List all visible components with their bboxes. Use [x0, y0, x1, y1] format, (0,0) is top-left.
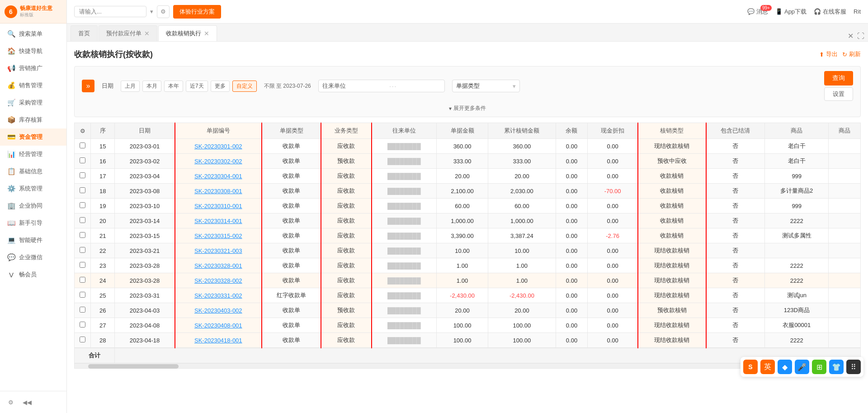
row-checkbox[interactable] [80, 232, 85, 238]
row-checkbox[interactable] [80, 142, 85, 148]
sidebar-item-company[interactable]: 🏢企业协同 [0, 197, 66, 214]
user-avatar[interactable]: Rit [854, 8, 861, 15]
table-row[interactable]: 16 2023-03-02 SK-20230302-002 收款单 预收款 ██… [75, 154, 861, 169]
date-btn-上月[interactable]: 上月 [121, 81, 140, 92]
table-row[interactable]: 15 2023-03-01 SK-20230301-002 收款单 应收款 ██… [75, 139, 861, 154]
scroll-thumb[interactable] [88, 364, 179, 369]
collapse-btn[interactable]: ◀◀ [21, 396, 33, 408]
voucher-link[interactable]: SK-20230304-001 [194, 173, 242, 180]
online-service-btn[interactable]: 🎧 在线客服 [814, 8, 846, 16]
sidebar-item-inventory[interactable]: 📦库存核算 [0, 111, 66, 128]
cell-voucher-no[interactable]: SK-20230403-002 [175, 303, 262, 318]
sidebar-item-basic[interactable]: 📋基础信息 [0, 163, 66, 180]
voucher-link[interactable]: SK-20230315-002 [194, 233, 242, 239]
cell-voucher-no[interactable]: SK-20230314-001 [175, 214, 262, 228]
date-custom-btn[interactable]: 自定义 [232, 81, 257, 92]
partner-filter[interactable]: 往来单位 ··· [318, 80, 445, 92]
table-row[interactable]: 28 2023-04-18 SK-20230418-001 收款单 应收款 ██… [75, 333, 861, 348]
cell-checkbox[interactable] [75, 318, 91, 333]
sidebar-item-marketing[interactable]: 📢营销推广 [0, 60, 66, 77]
voucher-link[interactable]: SK-20230418-001 [194, 337, 242, 344]
voucher-link[interactable]: SK-20230301-002 [194, 143, 242, 150]
float-grid-btn[interactable]: ⊞ [812, 360, 826, 374]
float-shirt-btn[interactable]: 👕 [829, 360, 844, 374]
sidebar-item-sales[interactable]: 💰销售管理 [0, 77, 66, 94]
sidebar-item-quicknav[interactable]: 🏠快捷导航 [0, 43, 66, 60]
maximize-tab-btn[interactable]: ⛶ [857, 32, 864, 40]
cell-checkbox[interactable] [75, 303, 91, 318]
voucher-link[interactable]: SK-20230302-002 [194, 158, 242, 165]
tab-receipt[interactable]: 收款核销执行✕ [158, 25, 217, 41]
cell-voucher-no[interactable]: SK-20230331-002 [175, 288, 262, 303]
table-row[interactable]: 22 2023-03-21 SK-20230321-003 收款单 应收款 ██… [75, 243, 861, 258]
voucher-link[interactable]: SK-20230321-003 [194, 247, 242, 254]
cell-checkbox[interactable] [75, 169, 91, 184]
cell-voucher-no[interactable]: SK-20230321-003 [175, 243, 262, 258]
cell-checkbox[interactable] [75, 273, 91, 288]
tab-prepay[interactable]: 预付款应付单✕ [99, 25, 157, 41]
cell-voucher-no[interactable]: SK-20230301-002 [175, 139, 262, 154]
row-checkbox[interactable] [80, 202, 85, 208]
cell-checkbox[interactable] [75, 228, 91, 243]
row-checkbox[interactable] [80, 292, 85, 298]
solution-btn[interactable]: 体验行业方案 [173, 5, 221, 19]
close-tab-btn[interactable]: ✕ [848, 32, 854, 40]
date-btn-近7天[interactable]: 近7天 [186, 81, 208, 92]
cell-voucher-no[interactable]: SK-20230310-001 [175, 199, 262, 214]
voucher-type-filter[interactable]: 单据类型 ▾ [452, 80, 520, 92]
row-checkbox[interactable] [80, 262, 85, 268]
voucher-link[interactable]: SK-20230314-001 [194, 218, 242, 224]
table-row[interactable]: 26 2023-04-03 SK-20230403-002 收款单 预收款 ██… [75, 303, 861, 318]
cell-checkbox[interactable] [75, 184, 91, 199]
table-row[interactable]: 24 2023-03-28 SK-20230328-002 收款单 应收款 ██… [75, 273, 861, 288]
float-diamond-btn[interactable]: ◆ [778, 360, 792, 374]
row-checkbox[interactable] [80, 157, 85, 163]
sidebar-item-system[interactable]: ⚙️系统管理 [0, 180, 66, 197]
sidebar-item-member[interactable]: V畅会员 [0, 266, 66, 283]
cell-voucher-no[interactable]: SK-20230304-001 [175, 169, 262, 184]
expand-more-btn[interactable]: ▾ 展开更多条件 [449, 104, 486, 112]
sidebar-item-guide[interactable]: 📖新手引导 [0, 214, 66, 232]
table-row[interactable]: 23 2023-03-28 SK-20230328-001 收款单 应收款 ██… [75, 258, 861, 273]
row-checkbox[interactable] [80, 277, 85, 283]
set-btn[interactable]: 设置 [824, 87, 853, 101]
tab-close-receipt[interactable]: ✕ [204, 30, 209, 37]
export-btn[interactable]: ⬆ 导出 [819, 50, 838, 58]
settings-bottom-btn[interactable]: ⚙ [5, 396, 17, 408]
tab-close-prepay[interactable]: ✕ [144, 30, 150, 37]
cell-checkbox[interactable] [75, 154, 91, 169]
filter-expand-btn[interactable]: » [82, 80, 94, 92]
query-btn[interactable]: 查询 [824, 71, 853, 85]
col-settings[interactable]: ⚙ [75, 123, 91, 139]
voucher-link[interactable]: SK-20230310-001 [194, 203, 242, 209]
message-btn[interactable]: 💬 消息 99+ [747, 8, 768, 16]
date-btn-本年[interactable]: 本年 [164, 81, 183, 92]
cell-voucher-no[interactable]: SK-20230308-001 [175, 184, 262, 199]
sidebar-item-search[interactable]: 🔍搜索菜单 [0, 25, 66, 43]
settings-gear-btn[interactable]: ⚙ [157, 5, 170, 18]
voucher-link[interactable]: SK-20230328-001 [194, 262, 242, 269]
float-english-btn[interactable]: 英 [760, 360, 775, 374]
float-dots-btn[interactable]: ⠿ [846, 360, 861, 374]
sidebar-item-wechat[interactable]: 💬企业微信 [0, 249, 66, 266]
cell-voucher-no[interactable]: SK-20230418-001 [175, 333, 262, 348]
cell-checkbox[interactable] [75, 214, 91, 228]
row-checkbox[interactable] [80, 217, 85, 223]
date-btn-本月[interactable]: 本月 [142, 81, 161, 92]
cell-voucher-no[interactable]: SK-20230328-001 [175, 258, 262, 273]
table-row[interactable]: 18 2023-03-08 SK-20230308-001 收款单 应收款 ██… [75, 184, 861, 199]
row-checkbox[interactable] [80, 187, 85, 193]
table-row[interactable]: 20 2023-03-14 SK-20230314-001 收款单 应收款 ██… [75, 214, 861, 228]
float-mic-btn[interactable]: 🎤 [795, 360, 809, 374]
refresh-btn[interactable]: ↻ 刷新 [842, 50, 861, 58]
sidebar-item-operation[interactable]: 📊经营管理 [0, 146, 66, 163]
voucher-link[interactable]: SK-20230403-002 [194, 307, 242, 314]
table-row[interactable]: 25 2023-03-31 SK-20230331-002 红字收款单 应收款 … [75, 288, 861, 303]
cell-checkbox[interactable] [75, 333, 91, 348]
cell-voucher-no[interactable]: SK-20230408-001 [175, 318, 262, 333]
cell-checkbox[interactable] [75, 288, 91, 303]
cell-checkbox[interactable] [75, 199, 91, 214]
row-checkbox[interactable] [80, 247, 85, 253]
row-checkbox[interactable] [80, 307, 85, 313]
app-download-btn[interactable]: 📱 App下载 [775, 8, 807, 16]
